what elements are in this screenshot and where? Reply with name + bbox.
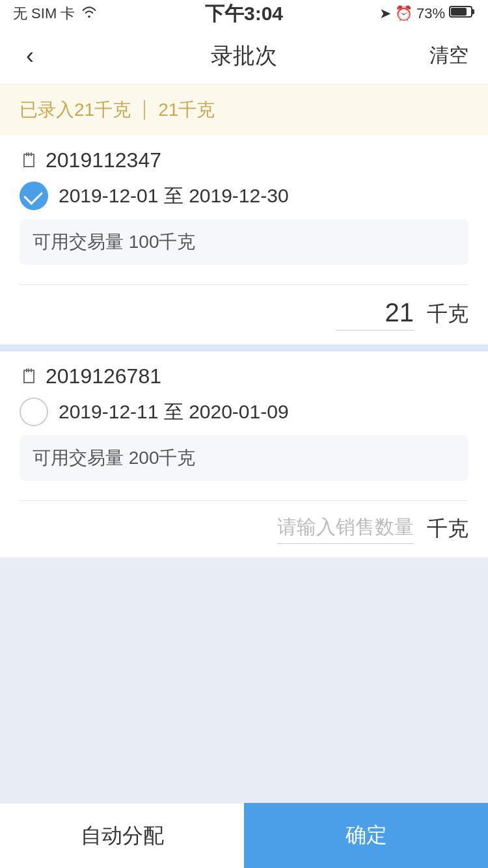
status-right: ➤ ⏰ 73% [379,5,475,23]
qty-unit-1: 千克 [427,300,468,329]
qty-row-2: 请输入销售数量 千克 [0,501,488,557]
batch-id-2: 2019126781 [46,364,161,388]
svg-rect-1 [472,9,474,14]
clear-button[interactable]: 清空 [429,42,468,69]
recorded-label: 已录入21千克 [20,98,131,122]
qty-placeholder-2: 请输入销售数量 [277,516,414,537]
qty-input-1[interactable]: 21 [336,298,414,331]
status-bar: 无 SIM 卡 下午3:04 ➤ ⏰ 73% [0,0,488,27]
batch-date-1: 2019-12-01 至 2019-12-30 [59,183,289,210]
radio-button-2[interactable] [20,398,48,426]
batch-doc-icon-1: 🗒 [20,150,39,172]
back-button[interactable]: ‹ [20,36,40,76]
batch-id-1: 2019112347 [46,148,161,172]
batch-item-1: 🗒 2019112347 2019-12-01 至 2019-12-30 可用交… [0,135,488,284]
batch-header-2: 🗒 2019126781 [20,364,468,388]
battery-icon [449,5,475,23]
batch-card-2: 🗒 2019126781 2019-12-11 至 2020-01-09 可用交… [0,351,488,557]
qty-row-1: 21 千克 [0,285,488,344]
status-time: 下午3:04 [205,1,283,27]
auto-distribute-button[interactable]: 自动分配 [0,803,244,868]
carrier-text: 无 SIM 卡 [13,4,75,23]
battery-text: 73% [416,5,445,22]
batch-date-2: 2019-12-11 至 2020-01-09 [59,399,289,426]
section-separator [0,345,488,351]
qty-value-1: 21 [385,298,414,327]
wifi-icon [80,5,98,22]
status-left: 无 SIM 卡 [13,4,98,23]
page-title: 录批次 [211,41,277,71]
bottom-bar: 自动分配 确定 [0,803,488,868]
location-icon: ➤ [379,5,391,22]
alarm-icon: ⏰ [395,5,413,22]
qty-unit-2: 千克 [427,515,468,543]
main-content: 🗒 2019112347 2019-12-01 至 2019-12-30 可用交… [0,135,488,868]
available-qty-1: 可用交易量 100千克 [20,219,468,265]
empty-area [0,558,488,819]
batch-doc-icon-2: 🗒 [20,366,39,388]
batch-row-2[interactable]: 2019-12-11 至 2020-01-09 [20,398,468,426]
available-qty-2: 可用交易量 200千克 [20,435,468,481]
confirm-button[interactable]: 确定 [244,803,488,868]
batch-row-1[interactable]: 2019-12-01 至 2019-12-30 [20,182,468,210]
batch-card-1: 🗒 2019112347 2019-12-01 至 2019-12-30 可用交… [0,135,488,344]
qty-input-2[interactable]: 请输入销售数量 [277,514,414,544]
batch-item-2: 🗒 2019126781 2019-12-11 至 2020-01-09 可用交… [0,351,488,500]
info-value: 21千克 [158,98,215,122]
info-divider [144,100,145,120]
batch-header-1: 🗒 2019112347 [20,148,468,172]
nav-bar: ‹ 录批次 清空 [0,27,488,85]
radio-button-1[interactable] [20,182,48,210]
info-bar: 已录入21千克 21千克 [0,85,488,135]
svg-rect-2 [451,8,467,16]
